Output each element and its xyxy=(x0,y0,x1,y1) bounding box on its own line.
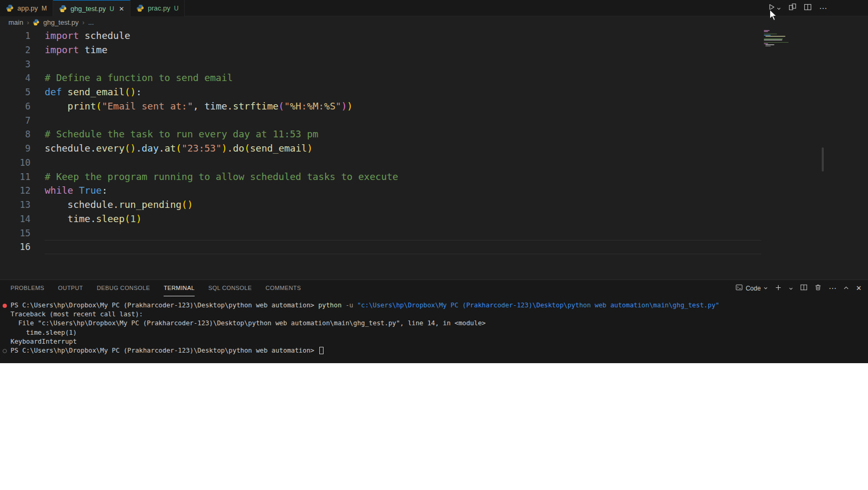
breadcrumb-item-main[interactable]: main xyxy=(8,18,23,26)
tab-label: prac.py xyxy=(148,4,170,12)
split-editor-button[interactable] xyxy=(804,3,812,13)
line-number: 8 xyxy=(0,127,31,142)
ellipsis-icon: ⋯ xyxy=(829,284,836,293)
open-changes-button[interactable] xyxy=(789,3,796,13)
scrollbar-thumb[interactable] xyxy=(822,147,824,172)
code-line[interactable]: 5def send_email(): xyxy=(0,85,868,99)
panel-tab-sql-console[interactable]: SQL CONSOLE xyxy=(208,280,252,296)
code-line[interactable]: 12while True: xyxy=(0,184,868,198)
line-number: 11 xyxy=(0,170,31,184)
code-line[interactable]: 16 xyxy=(0,240,868,254)
line-number: 5 xyxy=(0,85,31,99)
panel-more-actions-button[interactable]: ⋯ xyxy=(829,284,836,292)
code-line[interactable]: 8# Schedule the task to run every day at… xyxy=(0,127,868,142)
panel-tab-terminal[interactable]: TERMINAL xyxy=(164,280,195,296)
bottom-panel: PROBLEMS OUTPUT DEBUG CONSOLE TERMINAL S… xyxy=(0,279,868,363)
terminal-line: PS C:\Users\hp\Dropbox\My PC (Prakharcod… xyxy=(0,346,868,355)
breadcrumb: main › ghg_test.py › ... xyxy=(0,16,868,28)
terminal-line: PS C:\Users\hp\Dropbox\My PC (Prakharcod… xyxy=(0,301,868,310)
code-lines: 1import schedule2import time34# Define a… xyxy=(0,28,868,254)
terminal-output[interactable]: PS C:\Users\hp\Dropbox\My PC (Prakharcod… xyxy=(0,296,868,355)
git-status-badge: M xyxy=(42,5,47,12)
code-line[interactable]: 3 xyxy=(0,57,868,72)
breadcrumb-item-file[interactable]: ghg_test.py xyxy=(43,18,78,26)
tab-label: ghg_test.py xyxy=(70,5,106,13)
terminal-line: File "c:\Users\hp\Dropbox\My PC (Prakhar… xyxy=(0,319,868,328)
close-panel-button[interactable]: ✕ xyxy=(856,285,862,292)
panel-tab-output[interactable]: OUTPUT xyxy=(58,280,83,296)
line-number: 12 xyxy=(0,184,31,198)
code-line[interactable]: 13 schedule.run_pending() xyxy=(0,198,868,212)
trash-icon xyxy=(814,284,822,293)
split-editor-icon xyxy=(804,3,812,13)
python-file-icon xyxy=(33,19,39,26)
maximize-panel-button[interactable] xyxy=(843,284,849,293)
terminal-profile-label: Code xyxy=(745,285,761,292)
code-line[interactable]: 6 print("Email sent at:", time.strftime(… xyxy=(0,99,868,114)
command-failed-decoration[interactable] xyxy=(3,304,7,308)
terminal-launch-dropdown[interactable] xyxy=(789,284,793,293)
minimap[interactable] xyxy=(764,30,800,49)
more-actions-button[interactable]: ⋯ xyxy=(819,4,827,12)
panel-tabs: PROBLEMS OUTPUT DEBUG CONSOLE TERMINAL S… xyxy=(11,280,301,296)
terminal-icon xyxy=(735,284,743,293)
code-line[interactable]: 14 time.sleep(1) xyxy=(0,212,868,226)
code-line[interactable]: 9schedule.every().day.at("23:53").do(sen… xyxy=(0,142,868,156)
python-file-icon xyxy=(6,4,14,12)
panel-tab-problems[interactable]: PROBLEMS xyxy=(11,280,44,296)
panel-tab-debug-console[interactable]: DEBUG CONSOLE xyxy=(97,280,150,296)
terminal-line: Traceback (most recent call last): xyxy=(0,310,868,319)
editor-tab-bar: app.py M ghg_test.py U ✕ prac.py U xyxy=(0,0,868,16)
line-number: 16 xyxy=(0,240,31,254)
plus-icon xyxy=(775,284,782,293)
chevron-down-icon[interactable] xyxy=(776,4,781,13)
run-python-file-button[interactable] xyxy=(768,3,781,13)
panel-header: PROBLEMS OUTPUT DEBUG CONSOLE TERMINAL S… xyxy=(0,280,868,296)
tab-label: app.py xyxy=(17,4,38,12)
terminal-line: time.sleep(1) xyxy=(0,328,868,337)
line-number: 13 xyxy=(0,198,31,212)
close-icon: ✕ xyxy=(856,284,862,292)
line-number: 10 xyxy=(0,156,31,170)
line-number: 2 xyxy=(0,43,31,57)
code-line[interactable]: 4# Define a function to send email xyxy=(0,71,868,85)
chevron-down-icon xyxy=(763,285,768,292)
python-file-icon xyxy=(59,5,67,13)
background-area xyxy=(0,363,868,490)
panel-actions: Code xyxy=(735,284,862,293)
chevron-down-icon xyxy=(789,284,793,293)
chevron-right-icon: › xyxy=(82,19,84,26)
code-editor[interactable]: 1import schedule2import time34# Define a… xyxy=(0,28,868,279)
terminal-profile-button[interactable]: Code xyxy=(735,284,768,293)
breadcrumb-item-symbol[interactable]: ... xyxy=(88,18,94,26)
tab-app-py[interactable]: app.py M xyxy=(0,0,53,16)
vscode-window: app.py M ghg_test.py U ✕ prac.py U xyxy=(0,0,868,363)
code-line[interactable]: 7 xyxy=(0,114,868,128)
line-number: 6 xyxy=(0,99,31,114)
terminal-line: KeyboardInterrupt xyxy=(0,337,868,346)
close-tab-icon[interactable]: ✕ xyxy=(119,5,124,13)
git-status-badge: U xyxy=(174,5,179,12)
python-file-icon xyxy=(136,4,144,12)
new-terminal-button[interactable] xyxy=(775,284,782,293)
tab-prac-py[interactable]: prac.py U xyxy=(130,0,185,16)
open-changes-icon xyxy=(789,3,796,13)
code-line[interactable]: 15 xyxy=(0,226,868,241)
chevron-up-icon xyxy=(843,284,849,293)
line-number: 9 xyxy=(0,142,31,156)
terminal-cursor xyxy=(319,347,324,354)
split-terminal-button[interactable] xyxy=(800,284,808,293)
split-terminal-icon xyxy=(800,284,808,293)
chevron-right-icon: › xyxy=(27,19,29,26)
command-pending-decoration[interactable] xyxy=(3,349,7,353)
panel-tab-comments[interactable]: COMMENTS xyxy=(266,280,301,296)
editor-actions: ⋯ xyxy=(768,0,827,16)
git-status-badge: U xyxy=(109,5,114,13)
code-line[interactable]: 1import schedule xyxy=(0,29,868,43)
code-line[interactable]: 11# Keep the program running to allow sc… xyxy=(0,170,868,184)
kill-terminal-button[interactable] xyxy=(814,284,822,293)
code-line[interactable]: 10 xyxy=(0,156,868,170)
line-number: 7 xyxy=(0,114,31,128)
tab-ghg-test-py[interactable]: ghg_test.py U ✕ xyxy=(53,0,130,17)
code-line[interactable]: 2import time xyxy=(0,43,868,57)
